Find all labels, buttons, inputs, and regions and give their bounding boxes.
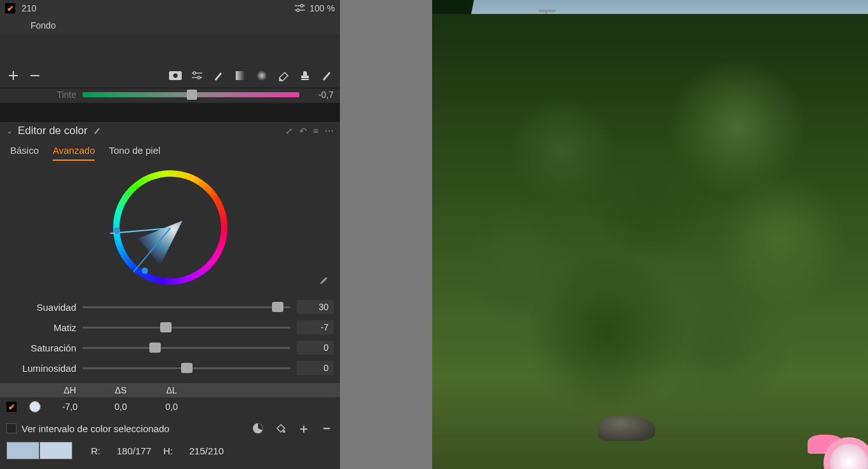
stamp-icon[interactable] xyxy=(298,69,312,83)
mask-preview-icon[interactable] xyxy=(168,69,182,83)
luminosity-label: Luminosidad xyxy=(6,363,76,374)
view-range-checkbox[interactable] xyxy=(6,423,17,433)
tint-label: Tinte xyxy=(6,90,76,100)
color-editor-tabs: Básico Avanzado Tono de piel xyxy=(0,140,340,161)
delta-h-value: -7,0 xyxy=(44,402,95,412)
layer-name: 210 xyxy=(22,3,36,13)
tab-advanced[interactable]: Avanzado xyxy=(53,142,95,161)
saturation-slider[interactable] xyxy=(83,347,290,349)
saturation-row: Saturación 0 xyxy=(6,337,334,358)
delta-h-label: ΔH xyxy=(44,385,95,395)
smoothness-handle[interactable] xyxy=(272,302,283,312)
tint-slider-row: Tinte -0,7 xyxy=(0,88,340,103)
layer-toolbar xyxy=(0,64,340,88)
wheel-handle-2[interactable] xyxy=(142,268,148,274)
smoothness-label: Suavidad xyxy=(6,302,76,313)
color-swatch-pair[interactable] xyxy=(6,442,72,459)
delta-row[interactable]: ✔ -7,0 0,0 0,0 xyxy=(0,397,340,416)
after-swatch xyxy=(39,442,72,459)
saturation-value[interactable]: 0 xyxy=(297,341,334,355)
remove-layer-button[interactable] xyxy=(28,69,42,83)
tint-handle[interactable] xyxy=(187,90,197,100)
luminosity-row: Luminosidad 0 xyxy=(6,358,334,378)
layer-row[interactable]: ✔ 210 100 % xyxy=(0,0,340,17)
svg-point-3 xyxy=(297,9,299,11)
luminosity-slider[interactable] xyxy=(83,367,290,369)
svg-point-17 xyxy=(283,430,285,433)
chevron-down-icon[interactable]: ⌄ xyxy=(6,126,13,135)
delta-s-value: 0,0 xyxy=(95,402,146,412)
svg-point-8 xyxy=(173,74,178,78)
brush-icon[interactable] xyxy=(212,69,226,83)
delta-l-label: ΔL xyxy=(146,385,197,395)
delta-header: ΔH ΔS ΔL xyxy=(0,383,340,397)
section-title: Editor de color xyxy=(18,125,88,137)
more-icon[interactable]: ⋯ xyxy=(325,126,334,136)
saturation-label: Saturación xyxy=(6,343,76,353)
layer-visible-checkbox[interactable]: ✔ xyxy=(5,3,15,13)
adjust-icon[interactable] xyxy=(190,69,204,83)
fill-icon[interactable] xyxy=(274,421,288,435)
svg-rect-13 xyxy=(236,71,245,80)
tint-slider[interactable] xyxy=(83,92,299,97)
luminosity-value[interactable]: 0 xyxy=(297,361,334,375)
svg-rect-15 xyxy=(301,79,309,80)
gradient-icon[interactable] xyxy=(233,69,247,83)
hue-row: Matiz -7 xyxy=(6,317,334,337)
view-range-row: Ver intervalo de color seleccionado ＋ − xyxy=(0,416,340,440)
menu-icon[interactable]: ≡ xyxy=(313,126,318,136)
layer-label-row[interactable]: Fondo xyxy=(0,17,340,34)
undo-icon[interactable]: ↶ xyxy=(299,126,307,136)
add-layer-button[interactable] xyxy=(6,69,20,83)
image-canvas[interactable] xyxy=(432,0,868,469)
hue-label: Matiz xyxy=(6,322,76,333)
layer-opacity-group: 100 % xyxy=(294,3,335,13)
r-label: R: xyxy=(88,445,100,456)
sliders-icon[interactable] xyxy=(294,4,306,13)
svg-point-12 xyxy=(198,76,200,79)
eyedropper-icon[interactable] xyxy=(317,276,329,289)
before-swatch xyxy=(6,442,39,459)
color-wheel-zone xyxy=(0,161,340,294)
delta-s-label: ΔS xyxy=(95,385,146,395)
smoothness-row: Suavidad 30 xyxy=(6,297,334,317)
color-info-row: R: 180/177 H: 215/210 xyxy=(0,440,340,459)
svg-point-10 xyxy=(193,72,196,74)
svg-point-1 xyxy=(301,4,303,7)
r-value: 180/177 xyxy=(109,445,151,456)
wheel-edge-line-2[interactable] xyxy=(133,228,170,272)
luminosity-handle[interactable] xyxy=(181,363,193,373)
delta-row-checkbox[interactable]: ✔ xyxy=(6,402,17,412)
delta-l-value: 0,0 xyxy=(146,402,197,412)
smoothness-slider[interactable] xyxy=(83,306,290,308)
remove-point-button[interactable]: − xyxy=(320,421,334,435)
h-value: 215/210 xyxy=(182,445,224,456)
hue-handle[interactable] xyxy=(160,322,172,332)
h-label: H: xyxy=(160,445,173,456)
eraser-icon[interactable] xyxy=(276,69,290,83)
heal-icon[interactable] xyxy=(320,69,334,83)
hue-value[interactable]: -7 xyxy=(297,320,334,334)
hue-slider[interactable] xyxy=(83,327,290,329)
saturation-handle[interactable] xyxy=(149,343,161,353)
add-point-button[interactable]: ＋ xyxy=(297,421,311,435)
tab-basic[interactable]: Básico xyxy=(10,142,39,161)
side-panel: ✔ 210 100 % Fondo xyxy=(0,0,340,469)
delta-swatch[interactable] xyxy=(25,401,44,412)
section-header-actions: ⤢ ↶ ≡ ⋯ xyxy=(285,126,334,136)
photo-preview xyxy=(432,0,868,469)
panel-divider xyxy=(0,103,340,122)
svg-point-14 xyxy=(257,71,267,81)
radial-icon[interactable] xyxy=(255,69,269,83)
view-range-label: Ver intervalo de color seleccionado xyxy=(22,423,246,434)
layer-opacity-value[interactable]: 100 % xyxy=(309,3,335,13)
tint-value[interactable]: -0,7 xyxy=(306,90,334,100)
color-editor-header[interactable]: ⌄ Editor de color ⤢ ↶ ≡ ⋯ xyxy=(0,122,340,140)
smoothness-value[interactable]: 30 xyxy=(297,300,334,314)
color-wheel[interactable] xyxy=(113,170,227,285)
layer-label: Fondo xyxy=(31,20,56,31)
expand-icon[interactable]: ⤢ xyxy=(285,126,293,136)
tab-skin-tone[interactable]: Tono de piel xyxy=(109,142,160,161)
pie-icon[interactable] xyxy=(251,421,265,435)
brush-small-icon[interactable] xyxy=(93,126,102,137)
